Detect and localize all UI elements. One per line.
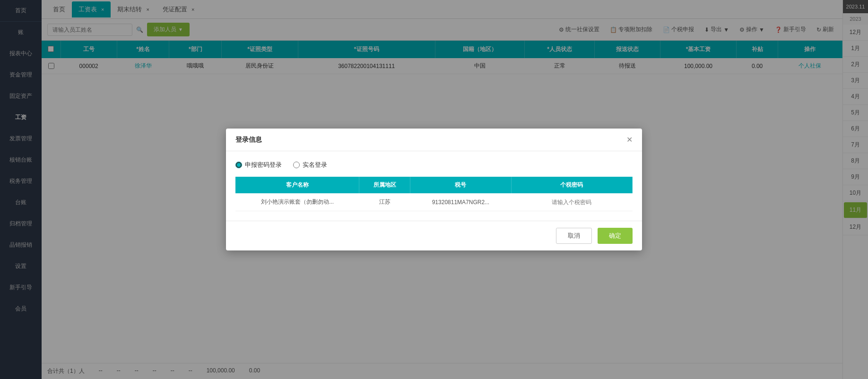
inner-col-region: 所属地区 [359,177,410,193]
modal-header: 登录信息 ✕ [226,129,642,151]
radio-password-input[interactable] [235,162,242,168]
cell-region: 江苏 [359,193,410,211]
login-radio-group: 申报密码登录 实名登录 [235,161,633,169]
modal-footer: 取消 确定 [226,221,642,250]
modal-overlay: 登录信息 ✕ 申报密码登录 实名登录 [0,0,868,379]
login-info-row: 刘小艳演示账套（勿删勿动... 江苏 91320811MA7NGR2... [235,193,633,211]
login-info-modal: 登录信息 ✕ 申报密码登录 实名登录 [226,129,642,250]
cell-client-name: 刘小艳演示账套（勿删勿动... [235,193,359,211]
inner-col-tax-pwd: 个税密码 [511,177,632,193]
inner-col-tax-no: 税号 [410,177,511,193]
inner-col-client-name: 客户名称 [235,177,359,193]
cancel-button[interactable]: 取消 [556,228,592,244]
login-info-table: 客户名称 所属地区 税号 个税密码 刘小艳演示账套（勿删勿动... 江苏 913… [235,177,633,211]
cell-tax-pwd[interactable] [511,193,632,211]
modal-title: 登录信息 [235,136,262,144]
app-container: 首页 账 报表中心 资金管理 固定资产 工资 发票管理 核销台账 税务管理 台账… [0,0,868,379]
confirm-button[interactable]: 确定 [598,228,633,244]
radio-realname-login[interactable]: 实名登录 [293,161,327,169]
modal-body: 申报密码登录 实名登录 客户名称 所属地区 税号 个税密码 [226,151,642,221]
radio-password-login[interactable]: 申报密码登录 [235,161,282,169]
cell-tax-no: 91320811MA7NGR2... [410,193,511,211]
tax-pwd-input[interactable] [517,199,626,206]
modal-close-button[interactable]: ✕ [626,135,633,144]
radio-realname-input[interactable] [293,162,300,168]
